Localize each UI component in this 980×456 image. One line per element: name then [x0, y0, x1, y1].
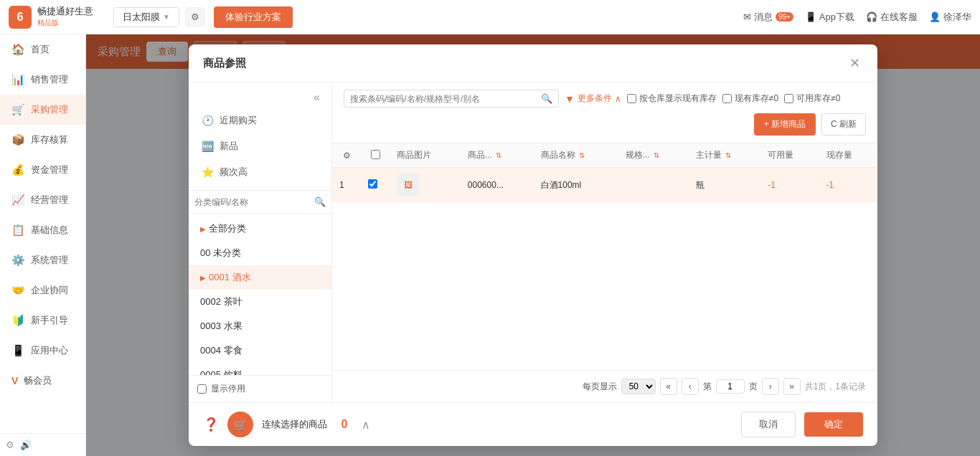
- display-disabled-checkbox[interactable]: [197, 384, 207, 394]
- category-item-all[interactable]: ▶ 全部分类: [189, 217, 331, 241]
- left-panel-tabs: « 🕐 近期购买 🆕 新品 ⭐: [189, 82, 331, 191]
- page-prev-button[interactable]: ‹: [682, 378, 699, 395]
- collapse-footer-icon[interactable]: ∧: [362, 418, 370, 432]
- page-number-input[interactable]: 1: [716, 379, 745, 394]
- sidebar-item-operations[interactable]: 📈 经营管理: [0, 185, 85, 215]
- row-checkbox: [361, 168, 390, 203]
- select-all-checkbox[interactable]: [371, 150, 380, 159]
- sidebar-item-member[interactable]: V 畅会员: [0, 366, 85, 396]
- sort-icon-unit[interactable]: ⇅: [725, 151, 731, 159]
- tab-new-products[interactable]: 🆕 新品: [194, 134, 326, 158]
- warehouse-filter-checkbox[interactable]: 按仓库显示现有库存: [627, 92, 717, 105]
- left-panel: « 🕐 近期购买 🆕 新品 ⭐: [189, 82, 332, 402]
- category-search-row: 🔍: [189, 191, 331, 214]
- system-icon: ⚙️: [11, 254, 25, 267]
- settings-icon[interactable]: ⚙: [185, 7, 205, 27]
- dialog-footer: ❓ 🛒 连续选择的商品 0 ∧ 取消 确定: [189, 402, 877, 446]
- sidebar-item-home[interactable]: 🏠 首页: [0, 34, 85, 65]
- collapse-left-button[interactable]: «: [308, 88, 326, 107]
- logo-text: 畅捷通好生意: [37, 6, 93, 18]
- category-search-input[interactable]: [194, 197, 311, 207]
- settings-bottom-icon[interactable]: ⚙: [6, 440, 14, 450]
- page-next-button[interactable]: ›: [762, 378, 779, 395]
- product-thumbnail: 🖼: [397, 174, 420, 196]
- sidebar-item-inventory[interactable]: 📦 库存核算: [0, 125, 85, 155]
- product-search-icon[interactable]: 🔍: [541, 93, 552, 104]
- tab-recent-purchase[interactable]: 🕐 近期购买: [194, 108, 326, 133]
- page-size-select[interactable]: 50: [621, 379, 656, 394]
- member-icon: V: [11, 375, 18, 386]
- sidebar-item-apps[interactable]: 📱 应用中心: [0, 336, 85, 366]
- inventory-icon: 📦: [11, 133, 25, 146]
- cancel-button[interactable]: 取消: [741, 412, 796, 437]
- category-item-drinks[interactable]: 0005 饮料: [189, 363, 331, 375]
- refresh-button[interactable]: C 刷新: [821, 113, 866, 136]
- col-spec: 规格... ⇅: [618, 143, 689, 168]
- new-icon: 🆕: [202, 141, 214, 152]
- online-service-button[interactable]: 🎧 在线客服: [866, 11, 918, 24]
- messages-button[interactable]: ✉ 消息 99+: [743, 11, 793, 24]
- sort-icon-spec[interactable]: ⇅: [654, 151, 659, 159]
- phone-icon: 📱: [805, 11, 816, 22]
- user-icon: 👤: [929, 11, 941, 22]
- nav-dropdown[interactable]: 日太阳膜 ▼: [113, 7, 179, 27]
- logo-area: 6 畅捷通好生意 精品版: [9, 6, 102, 29]
- col-code: 商品... ⇅: [461, 143, 534, 168]
- help-icon[interactable]: ❓: [203, 417, 219, 432]
- row-code: 000600...: [461, 168, 534, 203]
- category-item-fruit[interactable]: 0003 水果: [189, 314, 331, 338]
- category-list: ▶ 全部分类 00 未分类 ▶ 0001 酒水 0002 茶: [189, 214, 331, 375]
- app-download-button[interactable]: 📱 App下载: [805, 11, 854, 24]
- sidebar-item-guide[interactable]: 🔰 新手引导: [0, 305, 85, 336]
- page-last-button[interactable]: »: [783, 378, 801, 395]
- sidebar-item-system[interactable]: ⚙️ 系统管理: [0, 245, 85, 275]
- col-settings: ⚙: [332, 143, 361, 168]
- sort-icon-code[interactable]: ⇅: [496, 151, 501, 159]
- pagination-controls: 每页显示 50 « ‹ 第 1 页 › »: [583, 378, 866, 395]
- user-avatar[interactable]: 👤 徐泽华: [929, 11, 971, 24]
- filter-icon: ▼: [565, 93, 575, 105]
- product-table: ⚙ 商品图片: [332, 143, 877, 203]
- product-search-box: 🔍: [344, 90, 559, 108]
- category-item-tea[interactable]: 0002 茶叶: [189, 290, 331, 314]
- sort-icon-name[interactable]: ⇅: [579, 151, 585, 159]
- cart-button[interactable]: 🛒: [227, 412, 253, 437]
- enterprise-icon: 🤝: [11, 284, 25, 297]
- column-settings-icon[interactable]: ⚙: [343, 151, 351, 161]
- arrow-icon-alcohol: ▶: [200, 274, 206, 282]
- usable-filter-checkbox[interactable]: 可用库存≠0: [784, 92, 840, 105]
- display-disabled-row: 显示停用: [189, 375, 331, 402]
- col-unit: 主计量 ⇅: [689, 143, 761, 168]
- category-item-alcohol[interactable]: ▶ 0001 酒水: [189, 265, 331, 290]
- volume-icon[interactable]: 🔊: [20, 440, 32, 450]
- table-row[interactable]: 1 🖼: [332, 168, 877, 203]
- row-stock: -1: [819, 168, 877, 203]
- finance-icon: 💰: [11, 163, 25, 176]
- page-total: 共1页，1条记录: [805, 381, 866, 393]
- product-search-input[interactable]: [350, 94, 537, 104]
- tab-high-frequency[interactable]: ⭐ 频次高: [194, 160, 326, 184]
- pagination-bar: 每页显示 50 « ‹ 第 1 页 › »: [332, 370, 877, 402]
- dialog-close-button[interactable]: ✕: [846, 54, 863, 72]
- filter-more-button[interactable]: ▼ 更多条件 ∧: [565, 92, 621, 105]
- experience-button[interactable]: 体验行业方案: [214, 6, 293, 28]
- modal-overlay: 商品参照 ✕ « 🕐 近期购买: [86, 34, 980, 456]
- sidebar-item-purchase[interactable]: 🛒 采购管理: [0, 95, 85, 125]
- sidebar-item-enterprise[interactable]: 🤝 企业协同: [0, 275, 85, 305]
- row-num: 1: [332, 168, 361, 203]
- sidebar-item-finance[interactable]: 💰 资金管理: [0, 155, 85, 185]
- col-image: 商品图片: [390, 143, 461, 168]
- row-available: -1: [760, 168, 819, 203]
- available-filter-checkbox[interactable]: 现有库存≠0: [722, 92, 778, 105]
- row-unit: 瓶: [689, 168, 761, 203]
- confirm-button[interactable]: 确定: [804, 412, 863, 437]
- category-search-icon[interactable]: 🔍: [314, 196, 326, 207]
- page-first-button[interactable]: «: [660, 378, 677, 395]
- sidebar: 🏠 首页 📊 销售管理 🛒 采购管理 📦 库存核算 💰 资金管理 📈 经营管理 …: [0, 34, 86, 456]
- content-area: 采购管理 查询 设置 刷新 商品参照 ✕: [86, 34, 980, 456]
- sidebar-item-basic-info[interactable]: 📋 基础信息: [0, 215, 85, 245]
- category-item-uncategorized[interactable]: 00 未分类: [189, 241, 331, 265]
- sidebar-item-sales[interactable]: 📊 销售管理: [0, 65, 85, 95]
- add-product-button[interactable]: + 新增商品: [754, 113, 816, 136]
- category-item-snacks[interactable]: 0004 零食: [189, 338, 331, 363]
